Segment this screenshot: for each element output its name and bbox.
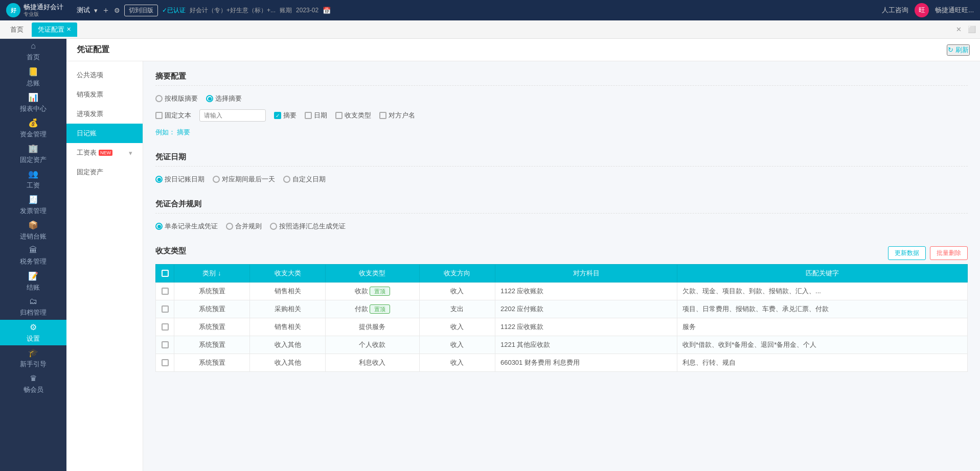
sidebar-item-tax[interactable]: 🏛 税务管理 bbox=[0, 243, 66, 269]
radio-summary-circle bbox=[270, 223, 277, 230]
radio-select-summary[interactable]: 选择摘要 bbox=[206, 94, 242, 103]
checkbox-fixed-text[interactable]: 固定文本 bbox=[155, 111, 191, 120]
row-income-type: 收款 置顶 bbox=[326, 282, 420, 300]
table-row: 系统预置 采购相关 付款 置顶 支出 2202 应付账款 项目、日常费用、报销款… bbox=[156, 300, 968, 318]
trade-icon: 📦 bbox=[28, 220, 38, 230]
calendar-icon[interactable]: 📅 bbox=[323, 7, 331, 14]
gear-icon[interactable]: ⚙ bbox=[114, 7, 120, 14]
close-books-icon: 📝 bbox=[28, 271, 38, 281]
radio-merge-rules[interactable]: 合并规则 bbox=[226, 222, 262, 231]
row-checkbox-cell[interactable] bbox=[156, 336, 174, 354]
radio-template-circle bbox=[155, 95, 163, 102]
th-income-type: 收支类型 bbox=[326, 265, 420, 282]
radio-single-record[interactable]: 单条记录生成凭证 bbox=[155, 222, 218, 231]
tab-close-icon[interactable]: ✕ bbox=[66, 26, 71, 33]
select-all-checkbox[interactable] bbox=[162, 270, 169, 277]
row-category: 系统预置 bbox=[174, 300, 250, 318]
row-checkbox[interactable] bbox=[162, 288, 169, 295]
checkbox-date[interactable]: 日期 bbox=[305, 111, 327, 120]
sidebar-item-trade[interactable]: 📦 进销台账 bbox=[0, 218, 66, 243]
row-checkbox[interactable] bbox=[162, 305, 169, 313]
merge-rules-radio-group: 单条记录生成凭证 合并规则 按照选择汇总生成凭证 bbox=[155, 222, 968, 231]
radio-period-last-day[interactable]: 对应期间最后一天 bbox=[213, 175, 275, 184]
switch-btn[interactable]: 切到旧版 bbox=[124, 5, 158, 16]
sidebar-item-invoice[interactable]: 🧾 发票管理 bbox=[0, 192, 66, 218]
row-checkbox-cell[interactable] bbox=[156, 300, 174, 318]
left-nav-sales-invoice[interactable]: 销项发票 bbox=[66, 85, 143, 104]
fixed-text-input[interactable] bbox=[199, 109, 266, 122]
voucher-date-title: 凭证日期 bbox=[155, 152, 968, 167]
row-major-type: 销售相关 bbox=[250, 282, 326, 300]
sidebar-item-salary[interactable]: 👥 工资 bbox=[0, 167, 66, 192]
refresh-button[interactable]: ↻ 刷新 bbox=[947, 44, 970, 56]
row-direction: 收入 bbox=[419, 354, 495, 372]
sidebar-item-guide[interactable]: 🎓 新手引导 bbox=[0, 345, 66, 371]
user-name: 畅捷通旺旺... bbox=[935, 6, 974, 15]
left-nav-purchase-invoice[interactable]: 进项发票 bbox=[66, 104, 143, 124]
table-action-row: 收支类型 更新数据 批量删除 bbox=[155, 246, 968, 260]
checkbox-fixed-box bbox=[155, 112, 163, 119]
update-data-btn[interactable]: 更新数据 bbox=[888, 246, 926, 260]
avatar[interactable]: 旺 bbox=[915, 3, 929, 17]
left-nav-public[interactable]: 公共选项 bbox=[66, 65, 143, 85]
row-major-type: 采购相关 bbox=[250, 300, 326, 318]
sidebar-item-close[interactable]: 📝 结账 bbox=[0, 269, 66, 294]
row-keywords: 欠款、现金、项目款、到款、报销款、汇入、... bbox=[677, 282, 968, 300]
row-category: 系统预置 bbox=[174, 336, 250, 354]
archive-icon: 🗂 bbox=[29, 297, 37, 306]
row-checkbox-cell[interactable] bbox=[156, 282, 174, 300]
row-major-type: 收入其他 bbox=[250, 354, 326, 372]
logo-area: 好 畅捷通好会计 专业版 bbox=[6, 3, 73, 17]
radio-journal-date[interactable]: 按日记账日期 bbox=[155, 175, 204, 184]
tab-voucher-config[interactable]: 凭证配置 ✕ bbox=[32, 22, 77, 37]
sidebar-item-member[interactable]: ♛ 畅会员 bbox=[0, 371, 66, 396]
assets-icon: 🏢 bbox=[28, 144, 38, 153]
batch-delete-btn[interactable]: 批量删除 bbox=[930, 246, 968, 260]
radio-single-circle bbox=[155, 223, 163, 230]
radio-dot-journal bbox=[157, 178, 161, 181]
row-subject: 660301 财务费用 利息费用 bbox=[495, 354, 677, 372]
sidebar-item-settings[interactable]: ⚙ 设置 bbox=[0, 320, 66, 345]
row-checkbox-cell[interactable] bbox=[156, 318, 174, 336]
sidebar-item-home[interactable]: ⌂ 首页 bbox=[0, 39, 66, 64]
income-expense-title: 收支类型 bbox=[155, 246, 884, 260]
table-row: 系统预置 收入其他 利息收入 收入 660301 财务费用 利息费用 利息、行转… bbox=[156, 354, 968, 372]
income-expense-table: 类别 ↓ 收支大类 收支类型 收支方向 对方科目 匹配关键字 系统预置 bbox=[155, 264, 968, 372]
checkbox-summary[interactable]: ✓ 摘要 bbox=[274, 111, 297, 120]
add-icon[interactable]: ＋ bbox=[102, 5, 110, 16]
tab-home[interactable]: 首页 bbox=[4, 22, 30, 37]
radio-summary-generate[interactable]: 按照选择汇总生成凭证 bbox=[270, 222, 346, 231]
row-direction: 收入 bbox=[419, 318, 495, 336]
left-nav-journal[interactable]: 日记账 bbox=[66, 124, 143, 143]
checkmark-icon: ✓ bbox=[276, 113, 280, 119]
left-nav-fixed-assets[interactable]: 固定资产 bbox=[66, 162, 143, 182]
sidebar-item-archive[interactable]: 🗂 归档管理 bbox=[0, 294, 66, 320]
checkbox-expense-type[interactable]: 收支类型 bbox=[335, 111, 371, 120]
sidebar-item-finance[interactable]: 💰 资金管理 bbox=[0, 115, 66, 141]
checkbox-counterparty[interactable]: 对方户名 bbox=[379, 111, 415, 120]
home-icon: ⌂ bbox=[31, 41, 36, 51]
page-title: 凭证配置 bbox=[77, 44, 109, 55]
row-checkbox[interactable] bbox=[162, 323, 169, 331]
summary-radio-group: 按模版摘要 选择摘要 bbox=[155, 94, 242, 103]
th-checkbox[interactable] bbox=[156, 265, 174, 282]
sidebar-item-reports[interactable]: 📊 报表中心 bbox=[0, 90, 66, 115]
consult-label[interactable]: 人工咨询 bbox=[882, 6, 908, 15]
tag-badge: 置顶 bbox=[370, 304, 390, 314]
row-major-type: 收入其他 bbox=[250, 336, 326, 354]
period-label: 账期 bbox=[280, 6, 292, 15]
row-checkbox[interactable] bbox=[162, 341, 169, 348]
dropdown-icon[interactable]: ▾ bbox=[94, 7, 98, 14]
table-row: 系统预置 销售相关 收款 置顶 收入 1122 应收账款 欠款、现金、项目款、到… bbox=[156, 282, 968, 300]
content-area: ⌂ 首页 📒 总账 📊 报表中心 💰 资金管理 🏢 固定资产 👥 工资 🧾 发票… bbox=[0, 39, 980, 471]
radio-period-circle bbox=[213, 176, 220, 183]
sidebar-item-assets[interactable]: 🏢 固定资产 bbox=[0, 141, 66, 167]
row-checkbox-cell[interactable] bbox=[156, 354, 174, 372]
row-checkbox[interactable] bbox=[162, 359, 169, 366]
left-nav-payroll[interactable]: 工资表 NEW ▾ bbox=[66, 143, 143, 162]
radio-custom-date[interactable]: 自定义日期 bbox=[283, 175, 326, 184]
sidebar-item-ledger[interactable]: 📒 总账 bbox=[0, 64, 66, 90]
window-maximize-icon[interactable]: ⬜ bbox=[968, 26, 976, 33]
window-close-icon[interactable]: ✕ bbox=[956, 26, 962, 33]
radio-template-summary[interactable]: 按模版摘要 bbox=[155, 94, 198, 103]
